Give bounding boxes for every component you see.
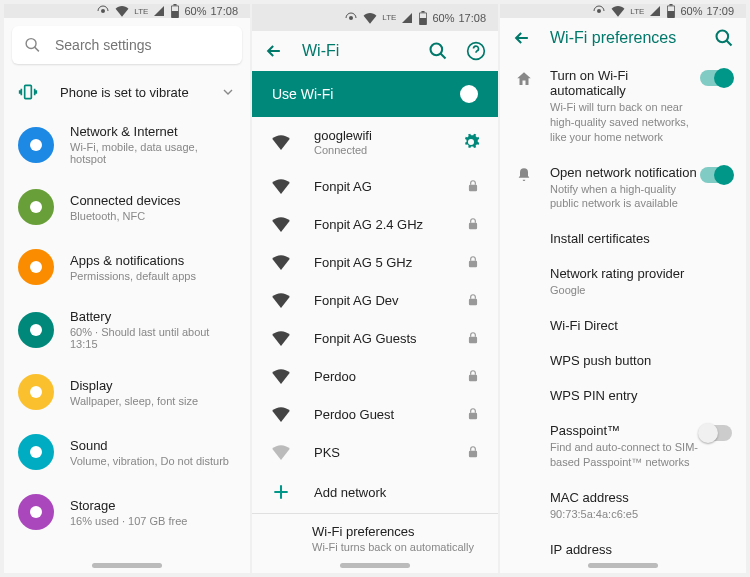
settings-item[interactable]: Battery 60% · Should last until about 13… (4, 297, 250, 362)
mac-title: MAC address (550, 490, 732, 505)
category-icon (18, 127, 54, 163)
wifi-list-screen: LTE 60% 17:08 Wi-Fi Use Wi-Fi googlewifi… (252, 4, 498, 573)
svg-rect-22 (469, 223, 477, 229)
settings-item[interactable]: Connected devices Bluetooth, NFC (4, 177, 250, 237)
passpoint-row[interactable]: Passpoint™Find and auto-connect to SIM-b… (500, 413, 746, 480)
add-network-label: Add network (314, 485, 480, 500)
lock-icon (466, 445, 480, 459)
svg-point-15 (349, 16, 353, 20)
wifi-ssid: googlewifi (314, 128, 462, 143)
gear-icon[interactable] (462, 133, 480, 151)
wifi-ssid: Fonpit AG Guests (314, 331, 466, 346)
clock: 17:08 (458, 12, 486, 24)
item-subtitle: Permissions, default apps (70, 270, 236, 282)
chevron-down-icon (220, 84, 236, 100)
category-icon (18, 434, 54, 470)
app-bar: Wi-Fi preferences (500, 18, 746, 58)
back-icon[interactable] (264, 41, 284, 61)
wifi-network-row[interactable]: Fonpit AG (252, 167, 498, 205)
search-icon (24, 36, 41, 54)
wps-pin-row[interactable]: WPS PIN entry (500, 378, 746, 413)
svg-rect-26 (469, 375, 477, 381)
item-subtitle: Wi-Fi, mobile, data usage, hotspot (70, 141, 236, 165)
status-bar: LTE 60% 17:08 (252, 4, 498, 31)
wifi-signal-icon (270, 444, 292, 460)
lock-icon (466, 217, 480, 231)
settings-item[interactable]: Network & Internet Wi-Fi, mobile, data u… (4, 112, 250, 177)
wifi-network-row[interactable]: Fonpit AG 5 GHz (252, 243, 498, 281)
settings-item[interactable]: Display Wallpaper, sleep, font size (4, 362, 250, 422)
open-net-title: Open network notification (550, 165, 700, 180)
mac-address-row: MAC address90:73:5a:4a:c6:e5 (500, 480, 746, 532)
category-icon (18, 189, 54, 225)
passpoint-title: Passpoint™ (550, 423, 700, 438)
wifi-network-row[interactable]: Fonpit AG 2.4 GHz (252, 205, 498, 243)
wifi-network-row[interactable]: PKS (252, 433, 498, 471)
item-title: Apps & notifications (70, 253, 236, 268)
wifi-signal-icon (270, 254, 292, 270)
wifi-icon (115, 5, 129, 17)
category-icon (18, 494, 54, 530)
app-bar: Wi-Fi (252, 31, 498, 71)
category-icon (18, 374, 54, 410)
settings-item[interactable]: Sound Volume, vibration, Do not disturb (4, 422, 250, 482)
search-input[interactable] (55, 37, 230, 53)
search-icon[interactable] (428, 41, 448, 61)
item-subtitle: 16% used · 107 GB free (70, 515, 236, 527)
wifi-signal-icon (270, 292, 292, 308)
auto-wifi-row[interactable]: Turn on Wi-Fi automaticallyWi-Fi will tu… (500, 58, 746, 155)
svg-point-9 (30, 324, 42, 336)
hotspot-icon (593, 5, 605, 17)
passpoint-toggle[interactable] (700, 425, 732, 441)
item-subtitle: Bluetooth, NFC (70, 210, 236, 222)
wifi-direct-row[interactable]: Wi-Fi Direct (500, 308, 746, 343)
help-icon[interactable] (466, 41, 486, 61)
search-icon[interactable] (714, 28, 734, 48)
battery-icon (667, 4, 675, 18)
open-network-row[interactable]: Open network notificationNotify when a h… (500, 155, 746, 222)
wifi-network-row[interactable]: Fonpit AG Guests (252, 319, 498, 357)
auto-wifi-toggle[interactable] (700, 70, 732, 86)
svg-point-29 (597, 9, 601, 13)
wifi-ssid: Fonpit AG Dev (314, 293, 466, 308)
svg-rect-27 (469, 413, 477, 419)
wifi-icon (611, 5, 625, 17)
vibrate-icon (18, 82, 38, 102)
rating-provider-row[interactable]: Network rating providerGoogle (500, 256, 746, 308)
open-net-sub: Notify when a high-quality public networ… (550, 182, 700, 212)
wifi-network-row[interactable]: Perdoo Guest (252, 395, 498, 433)
install-certs-row[interactable]: Install certificates (500, 221, 746, 256)
back-icon[interactable] (512, 28, 532, 48)
svg-rect-25 (469, 337, 477, 343)
wps-pin-label: WPS PIN entry (550, 388, 732, 403)
category-icon (18, 312, 54, 348)
wifi-ssid: Perdoo (314, 369, 466, 384)
plus-icon (271, 482, 291, 502)
wifi-ssid: PKS (314, 445, 466, 460)
wps-push-row[interactable]: WPS push button (500, 343, 746, 378)
svg-rect-28 (469, 451, 477, 457)
settings-item[interactable]: Storage 16% used · 107 GB free (4, 482, 250, 542)
lte-label: LTE (630, 7, 644, 16)
item-subtitle: 60% · Should last until about 13:15 (70, 326, 236, 350)
lock-icon (466, 179, 480, 193)
vibrate-row[interactable]: Phone is set to vibrate (4, 72, 250, 112)
add-network-row[interactable]: Add network (252, 471, 498, 513)
wifi-network-row[interactable]: googlewifi Connected (252, 117, 498, 167)
item-title: Network & Internet (70, 124, 236, 139)
hotspot-icon (97, 5, 109, 17)
open-net-toggle[interactable] (700, 167, 732, 183)
switch-thumb (460, 85, 478, 103)
search-settings[interactable] (12, 26, 242, 64)
wifi-network-row[interactable]: Fonpit AG Dev (252, 281, 498, 319)
wifi-prefs-sub: Wi-Fi turns back on automatically (312, 541, 480, 553)
mac-value: 90:73:5a:4a:c6:e5 (550, 507, 732, 522)
settings-item[interactable]: Apps & notifications Permissions, defaul… (4, 237, 250, 297)
item-title: Connected devices (70, 193, 236, 208)
lock-icon (466, 331, 480, 345)
battery-icon (171, 4, 179, 18)
use-wifi-label: Use Wi-Fi (272, 86, 460, 102)
use-wifi-toggle[interactable]: Use Wi-Fi (252, 71, 498, 117)
home-icon (515, 70, 533, 88)
wifi-network-row[interactable]: Perdoo (252, 357, 498, 395)
